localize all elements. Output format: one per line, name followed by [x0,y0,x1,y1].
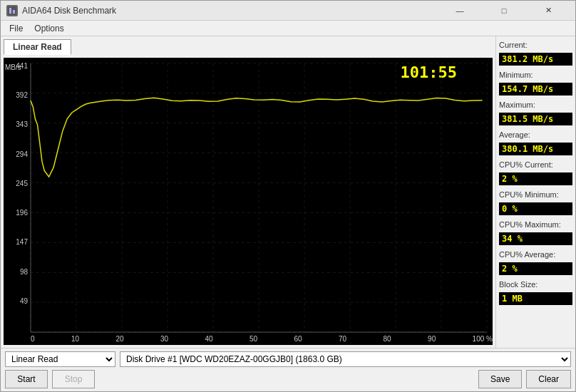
chart-container: 101:55 MB/s 441 392 343 294 245 196 147 … [4,58,493,345]
main-window: AIDA64 Disk Benchmark — □ ✕ File Options… [0,0,576,392]
maximize-button[interactable]: □ [483,4,525,18]
tab-bar: Linear Read [4,39,493,55]
cpu-maximum-value: 34 % [499,232,572,245]
svg-rect-0 [8,6,16,15]
close-button[interactable]: ✕ [527,4,570,18]
minimum-label: Minimum: [499,71,572,79]
x-label-100: 100 % [473,335,493,343]
x-label-20: 20 [115,335,123,343]
title-bar: AIDA64 Disk Benchmark — □ ✕ [1,1,575,21]
bottom-row2: Start Stop Save Clear [5,370,571,388]
cpu-current-value: 2 % [499,172,572,185]
menu-options[interactable]: Options [29,22,69,35]
test-type-select[interactable]: Linear Read Random Read Buffered Read Av… [5,351,115,367]
cpu-minimum-value: 0 % [499,202,572,215]
bottom-row1: Linear Read Random Read Buffered Read Av… [5,351,571,367]
x-label-90: 90 [428,335,436,343]
x-label-70: 70 [339,335,346,343]
minimum-value: 154.7 MB/s [499,83,572,96]
clear-button[interactable]: Clear [526,370,571,388]
x-label-10: 10 [71,335,79,343]
window-title: AIDA64 Disk Benchmark [22,6,116,16]
tab-linear-read[interactable]: Linear Read [4,39,71,55]
bottom-buttons-left: Start Stop [5,370,95,388]
x-label-0: 0 [31,335,35,343]
menu-file[interactable]: File [4,22,29,35]
benchmark-chart [4,58,493,345]
chart-area: Linear Read 101:55 MB/s 441 392 343 294 … [1,36,495,348]
title-bar-controls: — □ ✕ [438,4,570,18]
save-button[interactable]: Save [478,370,522,388]
title-bar-left: AIDA64 Disk Benchmark [6,5,116,16]
drive-select[interactable]: Disk Drive #1 [WDC WD20EZAZ-00GGJB0] (18… [120,351,571,367]
cpu-average-label: CPU% Average: [499,250,572,259]
cpu-maximum-label: CPU% Maximum: [499,220,572,229]
cpu-minimum-label: CPU% Minimum: [499,190,572,199]
current-value: 381.2 MB/s [499,53,572,66]
x-axis-labels: 0 10 20 30 40 50 60 70 80 90 100 % [31,332,493,345]
start-button[interactable]: Start [5,370,48,388]
x-label-60: 60 [294,335,302,343]
maximum-value: 381.5 MB/s [499,113,572,125]
stop-button[interactable]: Stop [52,370,95,388]
app-icon [6,5,18,16]
x-label-80: 80 [384,335,391,343]
maximum-label: Maximum: [499,100,572,109]
minimize-button[interactable]: — [438,4,481,18]
block-size-label: Block Size: [499,280,572,289]
x-label-50: 50 [250,335,257,343]
svg-rect-2 [13,10,15,14]
menu-bar: File Options [1,21,575,36]
bottom-buttons-right: Save Clear [478,370,571,388]
average-label: Average: [499,130,572,139]
x-label-40: 40 [205,335,213,343]
current-label: Current: [499,41,572,49]
cpu-current-label: CPU% Current: [499,160,572,169]
block-size-value: 1 MB [499,292,572,305]
average-value: 380.1 MB/s [499,143,572,155]
x-label-30: 30 [160,335,168,343]
stats-panel: Current: 381.2 MB/s Minimum: 154.7 MB/s … [495,36,575,348]
bottom-area: Linear Read Random Read Buffered Read Av… [1,348,575,391]
cpu-average-value: 2 % [499,262,572,275]
svg-rect-1 [9,8,11,14]
main-content: Linear Read 101:55 MB/s 441 392 343 294 … [1,36,575,348]
